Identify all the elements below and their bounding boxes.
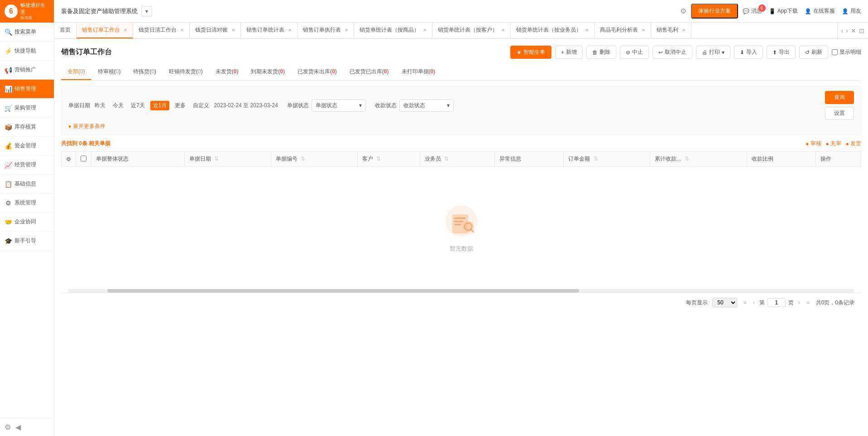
th-settings[interactable]: ⚙ [62, 152, 76, 167]
page-size-select[interactable]: 50 10 20 100 [712, 298, 737, 308]
tab-close-icon[interactable]: ✕ [124, 28, 127, 33]
table-action-unreviewed[interactable]: ● 充审 [826, 140, 841, 147]
tab-close-icon[interactable]: ✕ [180, 28, 184, 33]
query-btn[interactable]: 查询 [825, 91, 854, 104]
settings-cog-icon[interactable]: ⚙ [66, 156, 71, 162]
tab-close-icon[interactable]: ✕ [423, 28, 427, 33]
sub-tab-shipped-not-out[interactable]: 已发货未出库(0) [291, 64, 343, 80]
export-btn[interactable]: ⬆ 导出 [767, 46, 796, 59]
sub-tab-pending-review[interactable]: 待审核(0) [91, 64, 127, 80]
sidebar-item-quick-nav[interactable]: ⚡ 快捷导航 [0, 42, 54, 61]
delete-btn[interactable]: 🗑 删除 [586, 46, 616, 59]
sidebar-item-finance[interactable]: 💰 资金管理 [0, 137, 54, 156]
payment-select[interactable]: 收款状态 ▾ [399, 100, 454, 112]
tab-sales-product[interactable]: 销货单统计表（按商品）✕ [354, 23, 432, 38]
tab-close-all-btn[interactable]: ✕ [851, 27, 856, 34]
setting-btn[interactable]: 设置 [825, 107, 854, 120]
tab-close-icon[interactable]: ✕ [288, 28, 292, 33]
th-collected[interactable]: 累计收款... ⇅ [650, 152, 747, 167]
cancel-stop-btn[interactable]: ↩ 取消中止 [652, 46, 692, 59]
tab-sales-order[interactable]: 销售订单工作台✕ [77, 23, 133, 38]
th-customer[interactable]: 客户 ⇅ [358, 152, 420, 167]
date-opt-1month[interactable]: 近1月 [150, 101, 170, 110]
sidebar-item-purchase[interactable]: 🛒 采购管理 [0, 99, 54, 118]
stop-btn[interactable]: ⊘ 中止 [620, 46, 649, 59]
date-opt-more[interactable]: 更多 [173, 101, 187, 110]
sub-tab-overdue-ship[interactable]: 到期未发货(0) [245, 64, 291, 80]
system-dropdown[interactable]: ▾ [141, 6, 152, 16]
sub-tab-shipped-out[interactable]: 已发货已出库(0) [343, 64, 395, 80]
sub-tab-not-printed[interactable]: 未打印单据(0) [395, 64, 442, 80]
th-amount[interactable]: 订单金额 ⇅ [564, 152, 650, 167]
date-opt-7days[interactable]: 近7天 [129, 101, 147, 110]
sidebar-item-operations[interactable]: 📈 经营管理 [0, 156, 54, 175]
th-checkbox[interactable] [76, 152, 91, 167]
page-input[interactable] [767, 298, 786, 307]
sidebar-item-sales[interactable]: 📊 销售管理 [0, 80, 54, 99]
prev-page-btn[interactable]: ‹ [751, 299, 757, 307]
sidebar-item-basic-info[interactable]: 📋 基础信息 [0, 175, 54, 194]
th-number[interactable]: 单据编号 ⇅ [271, 152, 357, 167]
topbar-gear-icon[interactable]: ⚙ [680, 7, 686, 15]
refresh-btn[interactable]: ↺ 刷新 [799, 46, 828, 59]
tab-home[interactable]: 首页 [54, 23, 77, 38]
tab-close-icon[interactable]: ✕ [682, 28, 686, 33]
tab-cash-reconcile[interactable]: 钱货日清对账✕ [190, 23, 241, 38]
import-btn[interactable]: ⬇ 导入 [734, 46, 763, 59]
tab-close-icon[interactable]: ✕ [642, 28, 645, 33]
th-staff[interactable]: 业务员 ⇅ [420, 152, 495, 167]
smart-create-btn[interactable]: ★ 智能生单 [510, 46, 551, 59]
th-date[interactable]: 单据日期 ⇅ [184, 152, 271, 167]
first-page-btn[interactable]: « [742, 299, 748, 307]
last-page-btn[interactable]: » [805, 299, 811, 307]
tab-sales-staff[interactable]: 销货单统计表（按业务员）✕ [511, 23, 595, 38]
horizontal-scrollbar[interactable] [68, 289, 854, 293]
expand-filter-btn[interactable]: ▾ 展开更多条件 [68, 123, 854, 130]
tab-expand-btn[interactable]: ⊡ [859, 27, 864, 34]
message-btn[interactable]: 💬 消息 6 [743, 7, 762, 15]
tab-sales-customer[interactable]: 销货单统计表（按客户）✕ [432, 23, 511, 38]
tab-gross-margin[interactable]: 商品毛利分析表✕ [595, 23, 651, 38]
add-btn[interactable]: + 新增 [555, 46, 583, 59]
sidebar-item-search[interactable]: 🔍 搜索菜单 [0, 23, 54, 42]
print-btn[interactable]: 🖨 打印 ▾ [696, 46, 730, 59]
date-opt-custom[interactable]: 自定义 [191, 101, 211, 110]
sub-tab-pending-pick[interactable]: 待拣货(0) [127, 64, 163, 80]
tab-prev-btn[interactable]: ‹ [841, 27, 844, 34]
table-footer: 每页显示 50 10 20 100 « ‹ 第 页 › » 共0页，0条记录 [61, 293, 861, 312]
tab-close-icon[interactable]: ✕ [585, 28, 589, 33]
tab-sales-stats[interactable]: 销售订单统计表✕ [241, 23, 297, 38]
tab-label: 销货单统计表（按业务员） [516, 26, 581, 34]
select-all-checkbox[interactable] [81, 156, 86, 161]
tab-close-icon[interactable]: ✕ [501, 28, 505, 33]
tab-close-icon[interactable]: ✕ [345, 28, 348, 33]
tab-close-icon[interactable]: ✕ [231, 28, 235, 33]
show-detail-toggle[interactable]: 显示明细 [832, 48, 861, 56]
next-page-btn[interactable]: › [796, 299, 802, 307]
online-service-btn[interactable]: 👤 在线客服 [805, 7, 835, 15]
date-opt-yesterday[interactable]: 昨天 [93, 101, 107, 110]
table-action-review[interactable]: ● 审核 [806, 140, 821, 147]
industry-btn[interactable]: 体验行业方案 [691, 4, 738, 19]
user-menu[interactable]: 👤 用友 [842, 7, 861, 15]
tab-sales-profit[interactable]: 销售毛利✕ [651, 23, 691, 38]
sub-tab-wangpu-pending[interactable]: 旺铺待发货(0) [163, 64, 209, 80]
status-select[interactable]: 单据状态 ▾ [312, 100, 366, 112]
sub-tab-all[interactable]: 全部(0) [61, 64, 91, 80]
tab-next-btn[interactable]: › [846, 27, 848, 34]
sidebar-item-inventory[interactable]: 📦 库存核算 [0, 118, 54, 137]
settings-icon[interactable]: ⚙ [5, 423, 11, 431]
sidebar-item-enterprise[interactable]: 🤝 企业协同 [0, 213, 54, 232]
tab-sales-exec[interactable]: 销售订单执行表✕ [297, 23, 354, 38]
tab-cash-daily[interactable]: 钱货日清工作台✕ [133, 23, 190, 38]
sub-tabs: 全部(0)待审核(0)待拣货(0)旺铺待发货(0)未发货(0)到期未发货(0)已… [61, 64, 861, 81]
collapse-icon[interactable]: ◀ [15, 423, 21, 431]
app-download-btn[interactable]: 📱 App下载 [769, 7, 798, 15]
sidebar-item-marketing[interactable]: 📢 营销推广 [0, 61, 54, 80]
table-action-ship[interactable]: ● 发货 [846, 140, 861, 147]
sidebar-item-newbie[interactable]: 🎓 新手引导 [0, 232, 54, 251]
show-detail-checkbox[interactable] [832, 49, 838, 55]
sub-tab-not-shipped[interactable]: 未发货(0) [209, 64, 245, 80]
sidebar-item-system[interactable]: ⚙ 系统管理 [0, 194, 54, 213]
date-opt-today[interactable]: 今天 [111, 101, 125, 110]
